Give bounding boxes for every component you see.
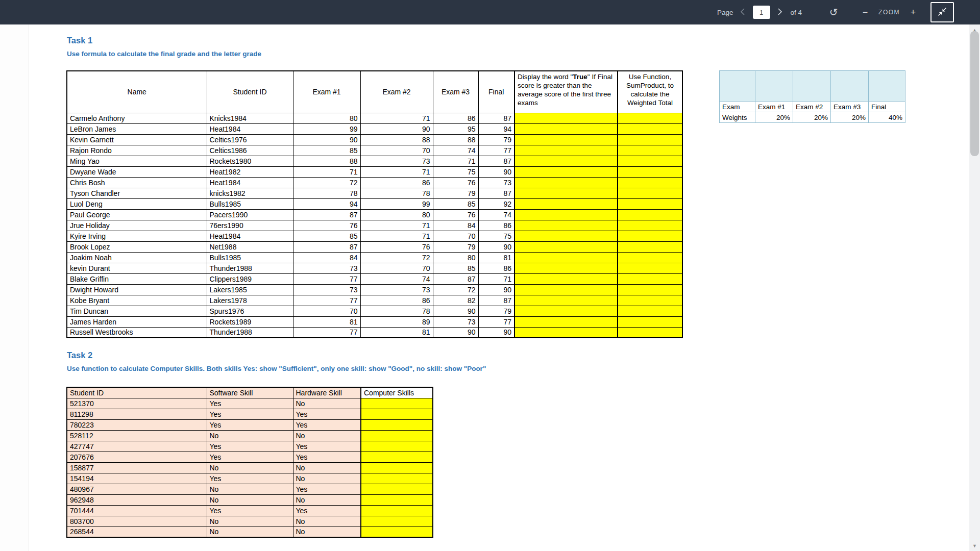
task1-cell: 78 <box>360 188 433 198</box>
task2-cell: No <box>207 516 293 527</box>
weights-value-cell: Weights <box>720 112 755 123</box>
task2-row: 962948NoNo <box>67 494 433 505</box>
task1-cell: 90 <box>478 327 514 338</box>
task2-cell: No <box>293 473 361 484</box>
weighted-total-cell <box>618 209 682 220</box>
next-page-button[interactable] <box>776 6 785 18</box>
weights-band-cell <box>720 71 755 102</box>
task2-row: 803700NoNo <box>67 516 433 527</box>
task2-cell: Yes <box>207 398 293 409</box>
computer-skills-cell <box>361 484 433 494</box>
task2-cell: Yes <box>293 452 361 462</box>
task2-cell: 962948 <box>67 494 207 505</box>
true-result-cell <box>514 284 618 295</box>
task1-cell: 79 <box>433 241 478 252</box>
task2-cell: No <box>293 527 361 537</box>
rotate-button[interactable]: ↺ <box>827 5 840 20</box>
true-header-pre: Display the word " <box>518 73 573 81</box>
task1-table-body: Carmelo AnthonyKnicks198480718687LeBron … <box>67 113 682 338</box>
scrollbar-thumb[interactable] <box>970 31 979 156</box>
computer-skills-cell <box>361 430 433 441</box>
vertical-scrollbar[interactable]: ▲ ▼ <box>969 24 980 551</box>
task2-cell: No <box>293 430 361 441</box>
task2-row: 427747YesYes <box>67 441 433 452</box>
prev-page-button[interactable] <box>739 6 747 18</box>
task1-row: Paul GeorgePacers199087807674 <box>67 209 682 220</box>
task1-cell: Brook Lopez <box>67 241 207 252</box>
task1-row: Dwight HowardLakers198573737290 <box>67 284 682 295</box>
true-result-cell <box>514 166 618 177</box>
task1-cell: Blake Griffin <box>67 273 207 284</box>
task2-cell: No <box>207 430 293 441</box>
task1-cell: Spurs1976 <box>207 306 293 316</box>
task1-cell: Dwyane Wade <box>67 166 207 177</box>
task1-cell: Dwight Howard <box>67 284 207 295</box>
task1-cell: Bulls1985 <box>207 198 293 209</box>
task1-row: Chris BoshHeat198472867673 <box>67 177 682 188</box>
task2-subtitle: Use function to calculate Computer Skill… <box>67 365 486 372</box>
document-page: Task 1 Use formula to calculate the fina… <box>0 0 980 551</box>
zoom-in-button[interactable]: + <box>909 6 917 19</box>
task1-cell: 71 <box>360 231 433 241</box>
task1-header-exam3: Exam #3 <box>433 71 478 113</box>
task1-header-exam2: Exam #2 <box>360 71 433 113</box>
task1-cell: 99 <box>360 198 433 209</box>
scroll-down-arrow-icon[interactable]: ▼ <box>969 540 980 551</box>
true-result-cell <box>514 209 618 220</box>
task1-cell: Heat1984 <box>207 231 293 241</box>
task1-cell: 78 <box>360 306 433 316</box>
task1-cell: Joakim Noah <box>67 252 207 263</box>
task1-row: Brook LopezNet198887767990 <box>67 241 682 252</box>
task1-row: Kevin GarnettCeltics197690888879 <box>67 134 682 145</box>
true-result-cell <box>514 145 618 156</box>
weights-band-cell <box>869 71 905 102</box>
task1-cell: Heat1984 <box>207 177 293 188</box>
task1-cell: Carmelo Anthony <box>67 113 207 123</box>
task1-cell: 84 <box>433 220 478 231</box>
task1-cell: Celtics1986 <box>207 145 293 156</box>
page-number-input[interactable] <box>753 6 770 19</box>
collapse-view-button[interactable] <box>930 2 954 22</box>
task1-row: Joakim NoahBulls198584728081 <box>67 252 682 263</box>
task2-cell: No <box>293 398 361 409</box>
task2-cell: No <box>207 462 293 473</box>
task1-cell: 76ers1990 <box>207 220 293 231</box>
task1-cell: 95 <box>433 123 478 134</box>
toolbar-controls: Page of 4 ↺ − ZOOM + <box>717 0 954 24</box>
task1-cell: 70 <box>433 231 478 241</box>
viewer-toolbar: Page of 4 ↺ − ZOOM + <box>0 0 980 24</box>
true-result-cell <box>514 198 618 209</box>
true-result-cell <box>514 220 618 231</box>
zoom-out-button[interactable]: − <box>861 6 869 19</box>
task2-cell: Yes <box>293 419 361 430</box>
computer-skills-cell <box>361 441 433 452</box>
task1-cell: Rajon Rondo <box>67 145 207 156</box>
weighted-total-cell <box>618 316 682 327</box>
task2-cell: No <box>207 484 293 494</box>
task1-cell: 71 <box>360 113 433 123</box>
task1-row: Kobe BryantLakers197877868287 <box>67 295 682 306</box>
task1-cell: Tim Duncan <box>67 306 207 316</box>
task1-cell: Thunder1988 <box>207 327 293 338</box>
task2-cell: 427747 <box>67 441 207 452</box>
weighted-total-cell <box>618 123 682 134</box>
weights-header-cell: Exam #3 <box>831 102 869 112</box>
task1-row: James HardenRockets198981897377 <box>67 316 682 327</box>
weights-header-cell: Exam #1 <box>755 102 793 112</box>
task1-cell: 79 <box>478 134 514 145</box>
computer-skills-cell <box>361 398 433 409</box>
task2-row: 701444YesYes <box>67 505 433 516</box>
true-result-cell <box>514 188 618 198</box>
weighted-total-cell <box>618 273 682 284</box>
task1-header-exam1: Exam #1 <box>293 71 360 113</box>
task1-cell: 87 <box>293 209 360 220</box>
task1-cell: 73 <box>360 284 433 295</box>
task1-row: Blake GriffinClippers198977748771 <box>67 273 682 284</box>
task1-cell: knicks1982 <box>207 188 293 198</box>
task1-cell: 71 <box>478 273 514 284</box>
task1-cell: 94 <box>293 198 360 209</box>
task1-cell: 94 <box>478 123 514 134</box>
task2-cell: 154194 <box>67 473 207 484</box>
task2-cell: Yes <box>207 409 293 419</box>
chevron-left-icon <box>740 8 745 17</box>
